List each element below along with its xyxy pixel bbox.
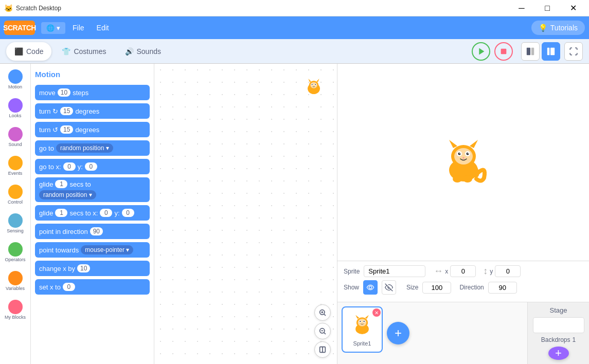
sprite-card-sprite1[interactable]: ✕ — [342, 306, 383, 353]
stage-view — [337, 64, 589, 261]
svg-point-30 — [459, 153, 460, 154]
svg-rect-4 — [550, 47, 555, 54]
window-controls: ─ □ ✕ — [510, 0, 585, 16]
tab-sounds[interactable]: 🔊 Sounds — [117, 42, 169, 61]
minimize-button[interactable]: ─ — [510, 0, 533, 16]
svg-point-32 — [462, 157, 465, 158]
add-backdrop-button[interactable]: + — [548, 347, 569, 360]
svg-rect-0 — [501, 48, 507, 54]
block-point-towards[interactable]: point towards mouse-pointer ▾ — [35, 242, 150, 258]
svg-point-13 — [315, 84, 316, 85]
sprite-label: Sprite — [344, 268, 360, 275]
stage-panel: Stage Backdrops 1 + — [527, 302, 589, 364]
category-motion[interactable]: Motion — [2, 66, 29, 94]
block-turn-ccw[interactable]: turn ↺ 15 degrees — [35, 122, 150, 137]
category-variables[interactable]: Variables — [2, 267, 29, 295]
category-sensing[interactable]: Sensing — [2, 210, 29, 238]
block-turn-cw[interactable]: turn ↻ 15 degrees — [35, 103, 150, 119]
script-sprite-thumbnail — [301, 74, 327, 100]
svg-marker-7 — [308, 79, 311, 82]
blocks-panel: Motion move 10 steps turn ↻ 15 degrees t… — [31, 64, 154, 364]
zoom-fit-button[interactable] — [314, 341, 331, 358]
layout-view-1[interactable] — [521, 42, 540, 61]
tutorials-button[interactable]: 💡 Tutorials — [531, 21, 585, 35]
titlebar-title: Scratch Desktop — [16, 5, 510, 12]
svg-point-28 — [458, 152, 460, 155]
zoom-controls — [314, 304, 331, 358]
code-icon: ⬛ — [14, 47, 23, 56]
svg-point-25 — [454, 148, 473, 165]
titlebar: 🐱 Scratch Desktop ─ □ ✕ — [0, 0, 589, 16]
coord-y-group: ↕ y — [483, 265, 521, 277]
x-coord-input[interactable] — [450, 265, 476, 277]
show-visible-button[interactable] — [363, 280, 378, 295]
y-coord-input[interactable] — [495, 265, 521, 277]
svg-point-12 — [312, 84, 313, 85]
tab-costumes[interactable]: 👕 Costumes — [53, 42, 114, 61]
sprite-name-input[interactable] — [364, 265, 425, 277]
block-point-dir[interactable]: point in direction 90 — [35, 224, 150, 239]
block-move-steps[interactable]: move 10 steps — [35, 85, 150, 100]
sprite-delete-button[interactable]: ✕ — [372, 308, 381, 317]
block-glide-xy[interactable]: glide 1 secs to x: 0 y: 0 — [35, 205, 150, 221]
blocks-title: Motion — [35, 68, 150, 81]
sprite-list: ✕ — [337, 302, 527, 364]
arrows-icon: ↔ — [434, 266, 443, 277]
fullscreen-button[interactable] — [564, 42, 583, 61]
tab-code[interactable]: ⬛ Code — [6, 42, 51, 61]
size-input[interactable] — [422, 282, 451, 294]
right-panel: Sprite ↔ x ↕ y Show — [337, 64, 589, 364]
language-button[interactable]: 🌐 ▾ — [41, 22, 65, 34]
category-operators[interactable]: Operators — [2, 239, 29, 266]
category-looks[interactable]: Looks — [2, 95, 29, 122]
file-menu[interactable]: File — [67, 22, 90, 34]
zoom-in-button[interactable] — [314, 304, 331, 321]
coord-x-group: ↔ x — [434, 265, 476, 277]
show-label: Show — [344, 284, 359, 291]
svg-point-35 — [463, 175, 472, 183]
svg-marker-23 — [449, 140, 457, 148]
close-button[interactable]: ✕ — [561, 0, 585, 16]
svg-marker-8 — [316, 79, 319, 82]
block-set-x[interactable]: set x to 0 — [35, 279, 150, 295]
svg-rect-1 — [527, 47, 530, 54]
svg-point-29 — [466, 152, 469, 155]
svg-point-34 — [453, 175, 462, 183]
sound-icon: 🔊 — [125, 47, 134, 56]
category-sound[interactable]: Sound — [2, 123, 29, 151]
block-categories: Motion Looks Sound Events Control Sensin… — [0, 64, 31, 364]
category-myblocks[interactable]: My Blocks — [2, 296, 29, 324]
direction-label: Direction — [459, 284, 484, 291]
stage-cat-sprite — [438, 137, 489, 188]
category-control[interactable]: Control — [2, 181, 29, 209]
app-icon: 🐱 — [4, 4, 13, 12]
stage-thumbnail — [533, 317, 584, 333]
sprite-card-name: Sprite1 — [353, 340, 371, 347]
block-goto-xy[interactable]: go to x: 0 y: 0 — [35, 159, 150, 174]
svg-marker-24 — [470, 140, 478, 148]
maximize-button[interactable]: □ — [536, 0, 559, 16]
category-events[interactable]: Events — [2, 152, 29, 180]
svg-rect-3 — [547, 47, 550, 54]
block-change-x[interactable]: change x by 10 — [35, 261, 150, 276]
zoom-out-button[interactable] — [314, 323, 331, 339]
block-goto[interactable]: go to random position ▾ — [35, 140, 150, 156]
updown-icon: ↕ — [483, 266, 488, 277]
add-sprite-button[interactable]: + — [387, 322, 409, 344]
view-buttons — [521, 42, 560, 61]
scratch-logo: SCRATCH — [4, 21, 35, 35]
block-glide-to[interactable]: glide 1 secs to random position ▾ — [35, 177, 150, 202]
y-label: y — [490, 268, 493, 275]
edit-menu[interactable]: Edit — [92, 22, 114, 34]
main-content: Motion Looks Sound Events Control Sensin… — [0, 64, 589, 364]
scripting-area[interactable] — [154, 64, 337, 364]
svg-point-42 — [358, 319, 367, 326]
show-hidden-button[interactable] — [382, 280, 396, 295]
x-label: x — [445, 268, 448, 275]
stop-button[interactable] — [494, 42, 513, 61]
layout-view-2[interactable] — [542, 42, 560, 61]
direction-input[interactable] — [488, 282, 517, 294]
menubar: SCRATCH 🌐 ▾ File Edit 💡 Tutorials — [0, 16, 589, 39]
green-flag-button[interactable] — [472, 42, 490, 61]
svg-point-46 — [364, 321, 365, 322]
